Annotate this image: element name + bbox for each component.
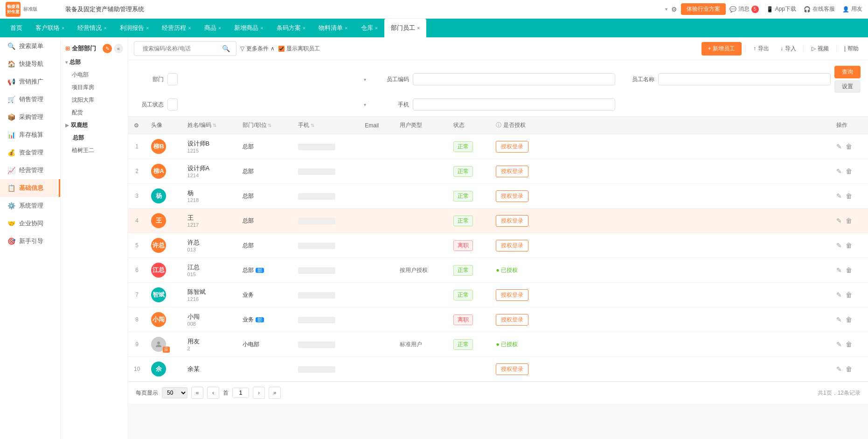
sidebar-item-sales[interactable]: 🛒 销售管理 xyxy=(0,91,60,108)
auth-button[interactable]: 授权登录 xyxy=(496,363,528,375)
sidebar-item-finance[interactable]: 💰 资金管理 xyxy=(0,144,60,161)
edit-button[interactable]: ✎ xyxy=(836,167,842,175)
sidebar-item-system[interactable]: ⚙️ 系统管理 xyxy=(0,197,60,215)
search-input[interactable] xyxy=(138,43,222,54)
tab-new-goods-close[interactable]: × xyxy=(260,25,263,31)
tab-warehouse[interactable]: 仓库 × xyxy=(354,19,384,37)
tab-customer-close[interactable]: × xyxy=(62,25,64,31)
delete-button[interactable]: 🗑 xyxy=(846,217,852,224)
tree-item-distribution[interactable]: 配货 xyxy=(61,106,128,119)
query-button[interactable]: 查询 xyxy=(834,66,861,78)
tree-item-plant-king[interactable]: 植树王二 xyxy=(61,144,128,157)
dept-collapse-button[interactable]: « xyxy=(114,44,123,53)
tab-operation[interactable]: 经营情况 × xyxy=(71,19,113,37)
sidebar-item-collab[interactable]: 🤝 企业协同 xyxy=(0,215,60,232)
tab-profit[interactable]: 利润报告 × xyxy=(113,19,155,37)
auth-button[interactable]: 授权登录 xyxy=(496,141,528,153)
edit-button[interactable]: ✎ xyxy=(836,291,842,299)
tab-customer[interactable]: 客户联络 × xyxy=(29,19,71,37)
tab-home[interactable]: 首页 xyxy=(4,19,29,37)
tab-bom-close[interactable]: × xyxy=(345,25,347,31)
delete-button[interactable]: 🗑 xyxy=(846,192,852,200)
last-page-button[interactable]: » xyxy=(269,387,281,399)
trial-button[interactable]: 体验行业方案 xyxy=(681,3,726,15)
dept-select[interactable] xyxy=(167,73,178,85)
delete-button[interactable]: 🗑 xyxy=(846,242,852,249)
online-service-button[interactable]: 🎧 在线客服 xyxy=(804,5,835,13)
delete-button[interactable]: 🗑 xyxy=(846,341,852,348)
delete-button[interactable]: 🗑 xyxy=(846,291,852,299)
col-phone[interactable]: 手机 xyxy=(292,117,359,134)
edit-button[interactable]: ✎ xyxy=(836,192,842,200)
empstatus-select[interactable] xyxy=(167,98,178,111)
export-button[interactable]: ↑ 导出 xyxy=(750,43,773,55)
col-settings[interactable]: ⚙ xyxy=(128,117,146,134)
sidebar-item-purchase[interactable]: 📦 采购管理 xyxy=(0,108,60,126)
auth-button[interactable]: 授权登录 xyxy=(496,215,528,227)
tab-employees-close[interactable]: × xyxy=(417,25,420,31)
tab-employees[interactable]: 部门员工 × xyxy=(384,19,426,37)
sidebar-item-search[interactable]: 🔍 搜索菜单 xyxy=(0,37,60,55)
sidebar-item-basic[interactable]: 📋 基础信息 xyxy=(0,179,60,197)
delete-button[interactable]: 🗑 xyxy=(846,365,852,373)
app-download-button[interactable]: 📱 App下载 xyxy=(766,5,796,13)
more-filters-button[interactable]: ▽ 更多条件 ∧ xyxy=(240,45,275,53)
edit-button[interactable]: ✎ xyxy=(836,341,842,348)
tab-goods[interactable]: 商品 × xyxy=(198,19,228,37)
tree-item-shenyang[interactable]: 沈阳大库 xyxy=(61,94,128,106)
tab-operation-close[interactable]: × xyxy=(104,25,106,31)
sidebar-item-marketing[interactable]: 📢 营销推广 xyxy=(0,73,60,91)
next-page-button[interactable]: › xyxy=(253,387,265,399)
edit-button[interactable]: ✎ xyxy=(836,217,842,224)
tab-new-goods[interactable]: 新增商品 × xyxy=(228,19,270,37)
auth-button[interactable]: 授权登录 xyxy=(496,190,528,202)
empname-filter-input[interactable] xyxy=(658,73,831,85)
delete-button[interactable]: 🗑 xyxy=(846,316,852,323)
tree-item-project-storage[interactable]: 项目库房 xyxy=(61,81,128,94)
delete-button[interactable]: 🗑 xyxy=(846,167,852,175)
auth-button[interactable]: 授权登录 xyxy=(496,166,528,177)
tree-item-headquarter[interactable]: ▾ 总部 xyxy=(61,56,128,69)
user-button[interactable]: 👤 用友 xyxy=(842,5,862,13)
auth-button[interactable]: 授权登录 xyxy=(496,240,528,251)
auth-button[interactable]: 授权登录 xyxy=(496,314,528,326)
sidebar-item-guide[interactable]: 🎯 新手引导 xyxy=(0,232,60,250)
tree-item-hq2[interactable]: 总部 xyxy=(61,132,128,144)
add-employee-button[interactable]: + 新增员工 xyxy=(701,42,742,56)
show-resigned-checkbox[interactable]: 显示离职员工 xyxy=(278,45,320,53)
sidebar-item-shortcut[interactable]: 🏠 快捷导航 xyxy=(0,55,60,73)
tab-warehouse-close[interactable]: × xyxy=(375,25,378,31)
first-page-button[interactable]: « xyxy=(191,387,203,399)
search-button[interactable]: 🔍 xyxy=(222,45,230,52)
per-page-select[interactable]: 50 20 100 xyxy=(162,387,187,398)
tab-goods-close[interactable]: × xyxy=(218,25,221,31)
video-button[interactable]: ▷ 视频 xyxy=(808,43,833,55)
empcode-filter-input[interactable] xyxy=(413,73,615,85)
tab-bom[interactable]: 物料清单 × xyxy=(312,19,354,37)
edit-button[interactable]: ✎ xyxy=(836,316,842,323)
tab-process-close[interactable]: × xyxy=(188,25,191,31)
system-title-dropdown[interactable]: ▾ xyxy=(665,7,667,12)
col-dept-position[interactable]: 部门/职位 xyxy=(237,117,292,134)
tab-barcode[interactable]: 条码方案 × xyxy=(270,19,312,37)
delete-button[interactable]: 🗑 xyxy=(846,143,852,150)
page-number-input[interactable] xyxy=(232,388,249,398)
delete-button[interactable]: 🗑 xyxy=(846,266,852,274)
tab-profit-close[interactable]: × xyxy=(146,25,149,31)
prev-page-button[interactable]: ‹ xyxy=(207,387,219,399)
import-button[interactable]: ↓ 导入 xyxy=(777,43,800,55)
phone-filter-input[interactable] xyxy=(413,98,615,111)
tree-item-small-elec[interactable]: 小电部 xyxy=(61,69,128,81)
reset-button[interactable]: 设置 xyxy=(834,80,861,93)
edit-button[interactable]: ✎ xyxy=(836,365,842,373)
col-name-code[interactable]: 姓名/编码 xyxy=(182,117,237,134)
message-button[interactable]: 💬 消息 5 xyxy=(729,5,759,13)
tab-barcode-close[interactable]: × xyxy=(303,25,306,31)
auth-button[interactable]: 授权登录 xyxy=(496,289,528,301)
edit-button[interactable]: ✎ xyxy=(836,242,842,249)
edit-button[interactable]: ✎ xyxy=(836,266,842,274)
tab-process[interactable]: 经营历程 × xyxy=(155,19,197,37)
help-button[interactable]: | 帮助 xyxy=(840,43,862,55)
edit-button[interactable]: ✎ xyxy=(836,143,842,150)
sidebar-item-operation[interactable]: 📈 经营管理 xyxy=(0,161,60,179)
